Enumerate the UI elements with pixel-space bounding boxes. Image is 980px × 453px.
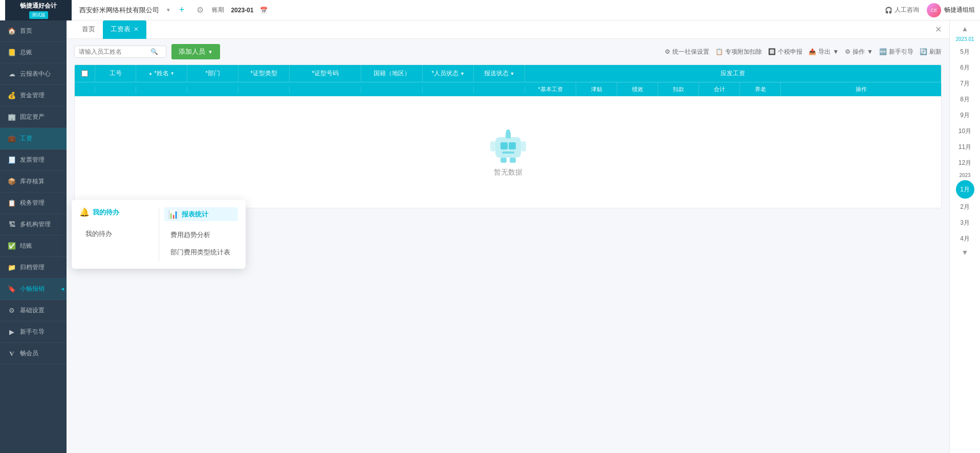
svg-point-5 xyxy=(506,130,510,134)
sidebar-item-home[interactable]: 🏠 首页 xyxy=(0,20,67,42)
tab-salary-close[interactable]: ✕ xyxy=(134,26,139,33)
fund-icon: 💰 xyxy=(8,92,16,99)
new-guide-action[interactable]: 🆕 新手引导 xyxy=(879,48,913,56)
social-security-label: 统一社保设置 xyxy=(672,48,709,56)
invoice-icon: 🧾 xyxy=(8,156,16,164)
sidebar-label-fixed-assets: 固定资产 xyxy=(20,113,45,121)
svg-rect-9 xyxy=(510,158,516,163)
export-arrow-icon: ▼ xyxy=(833,48,839,55)
popup-columns: 🔔 我的待办 我的待办 📊 报表统计 费用趋势分析 部门费用类型统计表 xyxy=(79,207,238,261)
th-checkbox[interactable] xyxy=(75,65,95,82)
month-nav-up[interactable]: ▲ xyxy=(960,23,970,34)
refresh-icon: 🔄 xyxy=(920,48,927,55)
sidebar-item-archive[interactable]: 📁 归档管理 xyxy=(0,257,67,278)
th-cert-no-label: *证型号码 xyxy=(312,69,339,78)
month-nav-down[interactable]: ▼ xyxy=(960,247,970,258)
month-item-11[interactable]: 11月 xyxy=(952,140,978,155)
add-company-btn[interactable]: + xyxy=(179,5,185,15)
company-dropdown-icon[interactable]: ▼ xyxy=(166,7,171,13)
sidebar-item-invoice[interactable]: 🧾 发票管理 xyxy=(0,149,67,171)
popup-section1-title: 🔔 我的待办 xyxy=(79,207,154,220)
sidebar-item-new-guide[interactable]: ▶ 新手引导 xyxy=(0,321,67,343)
popup-section2-title: 📊 报表统计 xyxy=(164,207,238,221)
th-country: 国籍（地区） xyxy=(361,65,423,82)
tab-salary-label: 工资表 xyxy=(111,25,130,34)
sidebar-item-member[interactable]: V 畅会员 xyxy=(0,343,67,364)
th2-performance-label: 绩效 xyxy=(632,86,643,92)
sidebar-item-tax[interactable]: 📋 税务管理 xyxy=(0,192,67,214)
sidebar-item-cloud-reports[interactable]: ☁ 云报表中心 xyxy=(0,63,67,85)
svg-rect-2 xyxy=(509,142,516,149)
month-item-1-active[interactable]: 1月 xyxy=(956,180,974,199)
tax-return-action[interactable]: 🔲 个税申报 xyxy=(768,48,802,56)
table-header-bottom: *基本工资 津贴 绩效 扣款 合 xyxy=(75,82,941,96)
panel-close-btn[interactable]: ✕ xyxy=(935,25,942,34)
th-cert-no: *证型号码 xyxy=(290,65,361,82)
tab-home[interactable]: 首页 xyxy=(74,20,103,39)
tab-salary[interactable]: 工资表 ✕ xyxy=(103,20,146,39)
calendar-icon[interactable]: 📅 xyxy=(260,7,268,14)
month-item-8[interactable]: 8月 xyxy=(952,92,978,107)
customer-service-btn[interactable]: 🎧 人工咨询 xyxy=(885,6,919,14)
operate-action[interactable]: ⚙ 操作 ▼ xyxy=(845,48,873,56)
add-person-btn[interactable]: 添加人员 ▼ xyxy=(171,44,220,59)
th-salary-group-label: 应发工资 xyxy=(721,70,745,77)
sidebar-item-fund[interactable]: 💰 资金管理 xyxy=(0,85,67,106)
th-name-label: *姓名 xyxy=(154,69,169,78)
refresh-action[interactable]: 🔄 刷新 xyxy=(920,48,942,56)
month-item-10[interactable]: 10月 xyxy=(952,124,978,139)
export-action[interactable]: 📤 导出 ▼ xyxy=(809,48,839,56)
th-salary-group: 应发工资 xyxy=(525,65,941,82)
social-security-action[interactable]: ⚙ 统一社保设置 xyxy=(665,48,709,56)
th-name[interactable]: ▲ *姓名 ▼ xyxy=(136,65,187,82)
select-all-checkbox[interactable] xyxy=(81,70,88,77)
sidebar-item-fixed-assets[interactable]: 🏢 固定资产 xyxy=(0,106,67,128)
month-item-3[interactable]: 3月 xyxy=(952,215,978,230)
avatar-initials: CE xyxy=(931,8,938,13)
sidebar-label-cloud-reports: 云报表中心 xyxy=(20,70,51,78)
th2-name xyxy=(136,87,187,93)
th2-bonus-label: 津贴 xyxy=(591,86,602,92)
toolbar: 🔍 添加人员 ▼ ⚙ 统一社保设置 📋 专项附加扣除 xyxy=(74,44,942,59)
add-person-label: 添加人员 xyxy=(179,47,205,56)
svg-rect-3 xyxy=(502,152,514,154)
sidebar-label-invoice: 发票管理 xyxy=(20,156,45,164)
sidebar-label-xiaochang: 小畅报销 xyxy=(20,285,45,293)
svg-rect-7 xyxy=(521,141,526,152)
month-item-9[interactable]: 9月 xyxy=(952,108,978,123)
sidebar-item-settlement[interactable]: ✅ 结账 xyxy=(0,235,67,257)
svg-rect-0 xyxy=(495,137,521,158)
th-report[interactable]: 报送状态 ▼ xyxy=(474,65,525,82)
sidebar-item-ledger[interactable]: 📒 总账 xyxy=(0,42,67,63)
sidebar-item-inventory[interactable]: 📦 库存核算 xyxy=(0,171,67,192)
popup-item-my-todo[interactable]: 我的待办 xyxy=(79,225,154,243)
deduction-action[interactable]: 📋 专项附加扣除 xyxy=(715,48,762,56)
th2-checkbox xyxy=(75,87,95,93)
th-status[interactable]: *人员状态 ▼ xyxy=(423,65,474,82)
search-input[interactable] xyxy=(79,48,150,55)
sidebar-item-multi-org[interactable]: 🏗 多机构管理 xyxy=(0,214,67,235)
table-header: 工号 ▲ *姓名 ▼ *部门 *证型类型 xyxy=(75,65,941,96)
sidebar-item-basic-settings[interactable]: ⚙ 基础设置 xyxy=(0,300,67,321)
salary-icon: 💼 xyxy=(8,135,16,142)
settings-icon[interactable]: ⚙ xyxy=(197,5,204,15)
month-item-2[interactable]: 2月 xyxy=(952,200,978,214)
tab-home-label: 首页 xyxy=(82,25,95,33)
sidebar-item-xiaochang[interactable]: 🔖 小畅报销 xyxy=(0,278,67,300)
month-item-6[interactable]: 6月 xyxy=(952,60,978,75)
month-item-12[interactable]: 12月 xyxy=(952,156,978,170)
user-info[interactable]: CE 畅捷通组组 xyxy=(927,3,975,17)
popup-item-expense-trend[interactable]: 费用趋势分析 xyxy=(164,226,238,244)
th2-operate-label: 操作 xyxy=(856,86,867,92)
month-item-7[interactable]: 7月 xyxy=(952,76,978,91)
customer-service-label: 人工咨询 xyxy=(895,6,919,14)
top-bar: 畅捷通好会计 测试版 西安虾米网络科技有限公司 ▼ + ⚙ 账期 2023-01… xyxy=(0,0,980,20)
th2-deduction: 扣款 xyxy=(658,82,699,96)
popup-item-dept-expense[interactable]: 部门费用类型统计表 xyxy=(164,244,238,261)
sidebar-item-salary[interactable]: 💼 工资 xyxy=(0,128,67,149)
th2-base-salary-label: *基本工资 xyxy=(538,86,562,92)
month-item-5[interactable]: 5月 xyxy=(952,45,978,59)
search-icon: 🔍 xyxy=(150,48,158,55)
th2-operate: 操作 xyxy=(781,82,941,96)
month-item-4[interactable]: 4月 xyxy=(952,231,978,246)
